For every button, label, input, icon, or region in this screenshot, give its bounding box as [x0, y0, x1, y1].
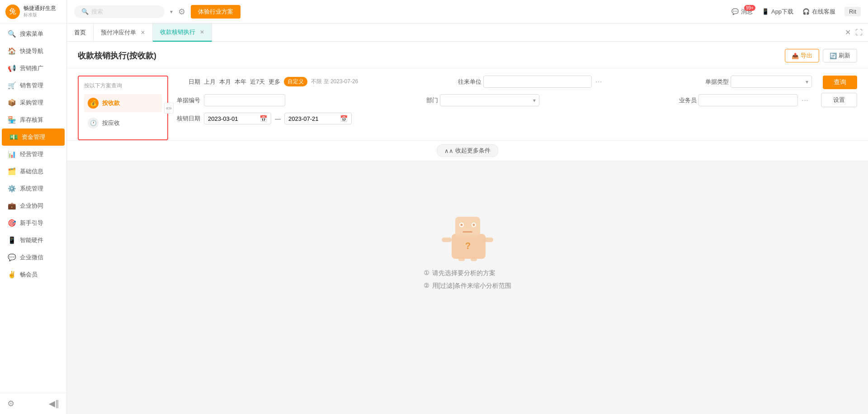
sidebar-item-label: 库存核算 [20, 116, 43, 124]
sidebar-item-guide[interactable]: 🎯 新手引导 [0, 214, 66, 232]
app-download-action[interactable]: 📱 App下载 [762, 8, 793, 16]
export-button[interactable]: 📤 导出 [785, 49, 819, 62]
app-logo: 兔 畅捷通好生意 标准版 [0, 0, 66, 24]
staff-input[interactable] [698, 94, 798, 106]
verify-date-range: 📅 — 📅 [204, 113, 352, 124]
date-custom-tag[interactable]: 自定义 [284, 77, 307, 86]
sidebar-item-member[interactable]: ✌️ 畅会员 [0, 266, 66, 283]
date-this-year[interactable]: 本年 [235, 78, 246, 86]
collapse-sidebar-icon[interactable]: ◀‖ [49, 399, 59, 409]
settings-button[interactable]: 设置 [821, 93, 857, 107]
operations-icon: 📊 [7, 150, 16, 158]
doc-no-label: 单据编号 [175, 96, 200, 105]
tab-actions: ✕ ⛶ [840, 28, 868, 37]
message-action[interactable]: 💬 消息 99+ [731, 8, 753, 16]
calendar-end-icon[interactable]: 📅 [340, 115, 348, 122]
doc-no-input[interactable] [204, 94, 285, 106]
chevron-down-icon[interactable]: ▾ [170, 9, 173, 15]
date-last-7-days[interactable]: 近7天 [250, 78, 265, 86]
filter-row-1: 日期 上月 本月 本年 近7天 更多 自定义 不限 至 2023-07-26 [175, 76, 857, 124]
sidebar-item-label: 销售管理 [20, 81, 43, 90]
header-right: 💬 消息 99+ 📱 App下载 🎧 在线客服 Rit [731, 7, 861, 16]
doc-type-select[interactable] [731, 76, 812, 88]
sidebar-item-quick-nav[interactable]: 🏠 快捷导航 [0, 43, 66, 60]
sidebar-item-operations[interactable]: 📊 经营管理 [0, 146, 66, 163]
svg-rect-8 [483, 238, 493, 242]
receivable-option-label: 按应收 [102, 119, 120, 127]
collapse-more-button[interactable]: ∧∧ 收起更多条件 [437, 144, 498, 157]
filter-row-3: 核销日期 📅 — 📅 [175, 113, 812, 124]
date-shortcuts: 上月 本月 本年 近7天 更多 自定义 [204, 77, 307, 86]
sidebar-item-hardware[interactable]: 📱 智能硬件 [0, 232, 66, 249]
inventory-icon: 🏪 [7, 116, 16, 124]
doc-type-label: 单据类型 [702, 78, 729, 86]
header-search-bar[interactable]: 🔍 搜索 [74, 5, 165, 18]
dept-select[interactable] [440, 94, 539, 106]
logo-icon: 兔 [5, 5, 20, 19]
hint-num-1: ① [424, 266, 429, 279]
system-icon: ⚙️ [7, 185, 16, 193]
sidebar-item-inventory[interactable]: 🏪 库存核算 [0, 111, 66, 128]
tab-prepay-label: 预付冲应付单 [101, 29, 136, 37]
collapse-more-bar: ∧∧ 收起更多条件 [67, 141, 868, 161]
sidebar-item-sales[interactable]: 🛒 销售管理 [0, 77, 66, 94]
date-more[interactable]: 更多 [269, 78, 280, 86]
empty-hint-1: 请先选择要分析的方案 [432, 266, 495, 279]
verify-date-start[interactable] [208, 115, 258, 122]
tab-receipt-label: 收款核销执行 [160, 28, 195, 36]
sidebar-item-label: 资金管理 [22, 133, 45, 141]
tab-prepay[interactable]: 预付冲应付单 ✕ [94, 24, 153, 42]
settings-bottom-icon[interactable]: ⚙ [7, 399, 14, 409]
svg-point-5 [473, 224, 475, 226]
page-header: 收款核销执行(按收款) 📤 导出 🔄 刷新 [67, 42, 868, 68]
sidebar-item-system[interactable]: ⚙️ 系统管理 [0, 180, 66, 197]
download-icon: 📱 [762, 8, 769, 15]
page-header-actions: 📤 导出 🔄 刷新 [785, 49, 857, 68]
filter-row-2: 单据编号 部门 业务员 [175, 94, 812, 106]
receivable-option-icon: 🕐 [88, 118, 99, 128]
page-content: 收款核销执行(按收款) 📤 导出 🔄 刷新 按以下方案查询 💰 按收款 [67, 42, 868, 414]
sidebar-item-basic-info[interactable]: 🗂️ 基础信息 [0, 163, 66, 180]
partner-dots-icon[interactable]: ··· [595, 77, 602, 86]
query-button[interactable]: 查询 [823, 76, 857, 89]
receipt-option-label: 按收款 [102, 99, 120, 107]
partner-input[interactable] [483, 76, 592, 88]
filter-date-row: 日期 上月 本月 本年 近7天 更多 自定义 不限 至 2023-07-26 [175, 76, 812, 88]
tab-close-receipt[interactable]: ✕ [200, 29, 204, 35]
date-last-month[interactable]: 上月 [204, 78, 216, 86]
receipt-option-icon: 💰 [88, 98, 99, 109]
filter-collapse-icon[interactable]: «» [164, 103, 174, 114]
sidebar-item-wechat[interactable]: 💬 企业微信 [0, 249, 66, 266]
sidebar-item-label: 快捷导航 [20, 47, 43, 55]
tab-receipt[interactable]: 收款核销执行 ✕ [153, 24, 212, 42]
sidebar-item-marketing[interactable]: 📢 营销推广 [0, 60, 66, 77]
refresh-button[interactable]: 🔄 刷新 [823, 49, 857, 62]
user-avatar[interactable]: Rit [844, 7, 861, 16]
hint-num-2: ② [424, 279, 429, 292]
close-tab-icon[interactable]: ✕ [845, 28, 851, 37]
online-service-action[interactable]: 🎧 在线客服 [802, 8, 835, 16]
calendar-start-icon[interactable]: 📅 [259, 115, 267, 122]
top-header: 🔍 搜索 ▾ ⚙ 体验行业方案 💬 消息 99+ 📱 App下载 🎧 在线客服 [67, 0, 868, 24]
search-icon: 🔍 [81, 8, 89, 15]
sidebar-item-finance[interactable]: 💵 资金管理 [2, 128, 65, 146]
expand-tab-icon[interactable]: ⛶ [855, 29, 863, 37]
sidebar-item-label: 企业微信 [20, 253, 43, 262]
filter-option-receivable[interactable]: 🕐 按应收 [84, 114, 162, 132]
sidebar-item-label: 搜索菜单 [20, 30, 43, 38]
staff-dots-icon[interactable]: ··· [802, 95, 808, 105]
sidebar-item-enterprise[interactable]: 💼 企业协同 [0, 197, 66, 214]
tab-home[interactable]: 首页 [67, 24, 94, 42]
verify-date-end[interactable] [288, 115, 338, 122]
date-label: 日期 [175, 78, 200, 86]
tab-close-prepay[interactable]: ✕ [141, 29, 145, 36]
wechat-icon: 💬 [7, 253, 16, 262]
sidebar-item-search[interactable]: 🔍 搜索菜单 [0, 25, 66, 43]
date-this-month[interactable]: 本月 [219, 78, 231, 86]
filter-option-receipt[interactable]: 💰 按收款 [84, 94, 162, 112]
gear-icon[interactable]: ⚙ [178, 7, 185, 17]
header-left: 🔍 搜索 ▾ ⚙ 体验行业方案 [74, 5, 241, 19]
sidebar-item-purchase[interactable]: 📦 采购管理 [0, 94, 66, 111]
tab-home-label: 首页 [74, 29, 86, 37]
industry-solution-button[interactable]: 体验行业方案 [191, 5, 241, 19]
